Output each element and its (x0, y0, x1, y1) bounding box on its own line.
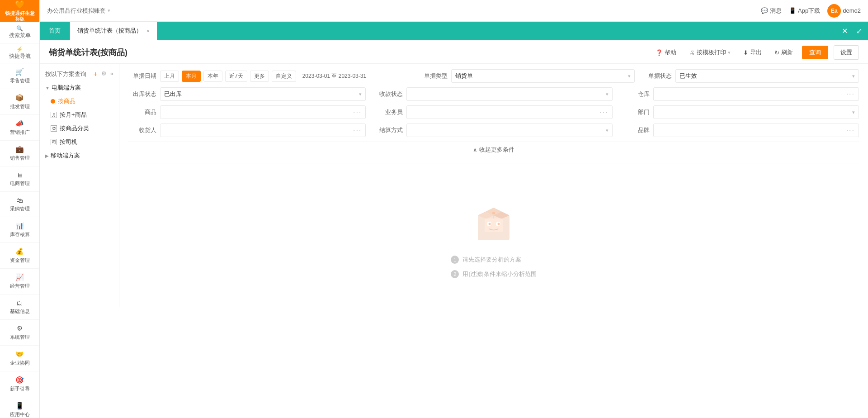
sidebar-item-5[interactable]: 🛍采购管理 (0, 192, 39, 217)
active-tab[interactable]: 销货单统计表（按商品） × (70, 22, 157, 40)
menu-label-4: 电商管理 (10, 180, 30, 187)
settle-arrow: ▾ (606, 128, 609, 133)
sidebar-item-8[interactable]: 📈经营管理 (0, 269, 39, 294)
filter-row-4: 收货人 ··· 结算方式 ▾ 品牌 (128, 124, 859, 137)
quick-label: 快捷导航 (3, 52, 37, 60)
by-category-icon: 类 (51, 125, 57, 132)
avatar: Ea (827, 4, 841, 18)
query-btn[interactable]: 查询 (802, 46, 828, 59)
warehouse-control[interactable]: ··· (653, 87, 859, 101)
menu-label-13: 应用中心 (10, 411, 30, 418)
sidebar-item-3[interactable]: 💼销售管理 (0, 141, 39, 166)
product-control[interactable]: ··· (160, 105, 366, 119)
search-icon: 🔍 (16, 25, 23, 32)
search-text: 搜索菜单 (3, 32, 37, 39)
logo[interactable]: 🧡 畅捷通好生意 标版 (0, 0, 39, 22)
menu-icon-10: ⚙ (17, 324, 23, 332)
scheme-by-cashier[interactable]: 司 按司机 (40, 135, 119, 149)
tab-bar: 首页 销货单统计表（按商品） × ✕ ⤢ (40, 22, 868, 40)
menu-icon-9: 🗂 (16, 299, 23, 307)
collapse-sidebar-btn[interactable]: « (110, 70, 113, 78)
mobile-scheme-group[interactable]: ▶ 移动端方案 (40, 149, 119, 162)
product-label: 商品 (128, 108, 160, 116)
empty-illustration (467, 190, 521, 245)
help-label: 帮助 (665, 48, 676, 57)
doc-type-arrow: ▾ (628, 73, 631, 79)
menu-label-6: 库存核算 (10, 231, 30, 238)
add-scheme-btn[interactable]: + (93, 70, 97, 78)
sidebar-item-7[interactable]: 💰资金管理 (0, 243, 39, 269)
out-status-arrow: ▾ (359, 91, 362, 97)
sidebar-item-11[interactable]: 🤝企业协同 (0, 346, 39, 371)
scheme-by-category[interactable]: 类 按商品分类 (40, 122, 119, 135)
by-month-label: 按月+商品 (60, 111, 87, 119)
product-dots: ··· (353, 108, 362, 116)
refresh-btn[interactable]: ↻ 刷新 (771, 47, 797, 58)
export-btn[interactable]: ⬇ 导出 (740, 47, 765, 58)
mobile-group-label: 移动端方案 (51, 152, 80, 160)
this-month-btn[interactable]: 本月 (182, 71, 201, 82)
by-cashier-icon: 司 (51, 139, 57, 145)
menu-label-0: 零售管理 (10, 77, 30, 84)
settings-scheme-btn[interactable]: ⚙ (101, 70, 107, 78)
settings-btn[interactable]: 设置 (834, 45, 859, 60)
menu-label-12: 新手引导 (10, 385, 30, 392)
home-tab[interactable]: 首页 (40, 22, 70, 40)
filter-sidebar-header: 按以下方案查询 + ⚙ « (40, 67, 119, 81)
last7-btn[interactable]: 近7天 (225, 71, 247, 82)
sidebar-item-13[interactable]: 📱应用中心 (0, 397, 39, 418)
doc-status-label: 单据状态 (644, 72, 675, 80)
help-btn[interactable]: ❓ 帮助 (652, 47, 680, 58)
collect-status-control[interactable]: ▾ (406, 87, 612, 101)
messages-btn[interactable]: 💬 消息 (761, 7, 782, 15)
out-status-control[interactable]: 已出库 ▾ (160, 87, 366, 101)
filter-collapse: ∧ 收起更多条件 (128, 142, 859, 157)
sidebar-item-0[interactable]: 🛒零售管理 (0, 63, 39, 89)
scheme-by-product[interactable]: 按商品 (40, 95, 119, 108)
sidebar-item-9[interactable]: 🗂基础信息 (0, 294, 39, 320)
logo-subtext: 标版 (15, 16, 24, 22)
quick-nav-item[interactable]: ⚡ 快捷导航 (0, 43, 39, 63)
menu-label-1: 批发管理 (10, 103, 30, 110)
print-btn[interactable]: 🖨 按模板打印 ▾ (685, 47, 734, 58)
tab-bar-controls: ✕ ⤢ (835, 22, 868, 40)
sidebar-item-2[interactable]: 📣营销推广 (0, 115, 39, 141)
brand-control[interactable]: ··· (653, 124, 859, 137)
sidebar-item-12[interactable]: 🎯新手引导 (0, 371, 39, 397)
scheme-by-month-product[interactable]: 月 按月+商品 (40, 108, 119, 122)
tab-close-all-btn[interactable]: ✕ (839, 25, 850, 36)
this-year-btn[interactable]: 本年 (203, 71, 222, 82)
custom-btn[interactable]: 自定义 (272, 71, 296, 82)
app-download-label: App下载 (798, 7, 820, 15)
sidebar-item-6[interactable]: 📊库存核算 (0, 217, 39, 243)
doc-status-control[interactable]: 已生效 ▾ (675, 69, 859, 83)
dept-control[interactable]: ▾ (653, 105, 859, 119)
menu-label-10: 系统管理 (10, 334, 30, 341)
tab-maximize-btn[interactable]: ⤢ (854, 25, 864, 36)
doc-type-control[interactable]: 销货单 ▾ (451, 69, 635, 83)
collapse-btn[interactable]: ∧ 收起更多条件 (473, 146, 514, 154)
pc-scheme-group[interactable]: ▼ 电脑端方案 (40, 81, 119, 95)
last-month-btn[interactable]: 上月 (160, 71, 179, 82)
brand-dots: ··· (846, 126, 855, 134)
sidebar-item-10[interactable]: ⚙系统管理 (0, 320, 39, 346)
user-menu[interactable]: Ea demo2 (827, 4, 861, 18)
dropdown-icon[interactable]: ▾ (108, 8, 110, 14)
top-header: 办公用品行业模拟账套 ▾ 💬 消息 📱 App下载 Ea demo2 (40, 0, 868, 22)
search-menu-item[interactable]: 🔍 零售管理 搜索菜单 (0, 22, 39, 43)
empty-tip-2: 2 用[过滤]条件来缩小分析范围 (451, 268, 536, 280)
home-tab-label: 首页 (49, 27, 61, 35)
menu-icon-5: 🛍 (16, 196, 23, 204)
receiver-control[interactable]: ··· (160, 124, 366, 137)
settle-control[interactable]: ▾ (406, 124, 612, 137)
tab-close-btn[interactable]: × (146, 28, 149, 33)
salesperson-control[interactable]: ··· (406, 105, 612, 119)
sidebar-item-4[interactable]: 🖥电商管理 (0, 166, 39, 192)
filter-row-3: 商品 ··· 业务员 ··· 部门 (128, 105, 859, 119)
date-range-display: 2023-03-01 至 2023-03-31 (302, 72, 366, 80)
app-download-btn[interactable]: 📱 App下载 (789, 7, 820, 15)
sidebar-item-1[interactable]: 📦批发管理 (0, 89, 39, 115)
by-product-dot (51, 99, 55, 104)
logo-icon: 🧡 (15, 0, 25, 10)
more-btn[interactable]: 更多 (250, 71, 269, 82)
